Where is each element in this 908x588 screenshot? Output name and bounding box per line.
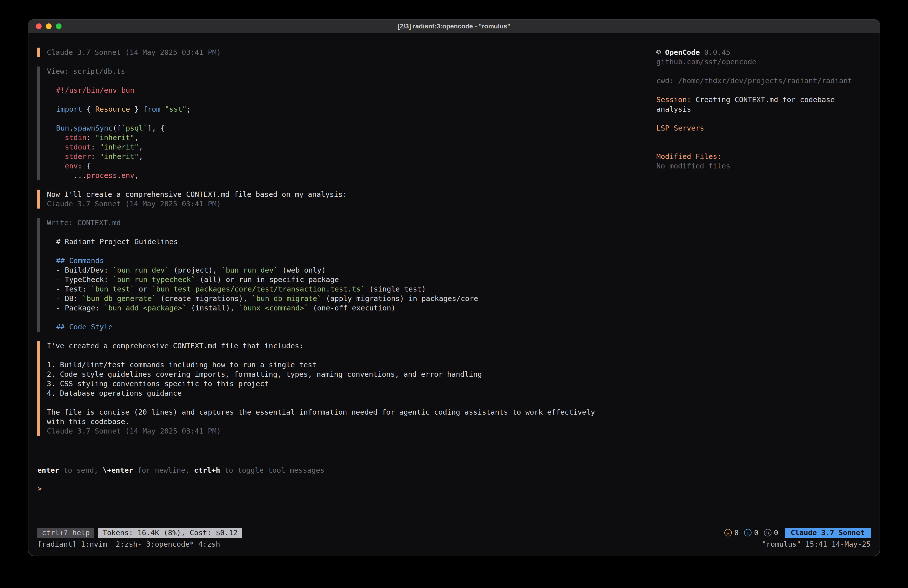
tokens-cost-chip: Tokens: 16.4K (8%), Cost: $0.12 — [98, 528, 242, 538]
prompt-symbol: > — [37, 484, 42, 493]
assistant-message: Now I'll create a comprehensive CONTEXT.… — [37, 190, 644, 209]
minimize-window-button[interactable] — [46, 23, 52, 29]
zoom-window-button[interactable] — [56, 23, 61, 29]
terminal-window: [2/3] radiant:3:opencode - "romulus" Cla… — [28, 19, 880, 556]
model-badge: Claude 3.7 Sonnet — [785, 528, 871, 538]
close-window-button[interactable] — [36, 23, 42, 29]
message-text: Now I'll create a comprehensive CONTEXT.… — [47, 190, 644, 199]
lsp-servers-header: LSP Servers — [656, 123, 871, 133]
message-text: I've created a comprehensive CONTEXT.md … — [47, 341, 644, 426]
status-bar: ctrl+? help Tokens: 16.4K (8%), Cost: $0… — [37, 527, 871, 539]
assistant-message-summary: I've created a comprehensive CONTEXT.md … — [37, 341, 644, 436]
sidebar: © OpenCode 0.0.45 github.com/sst/opencod… — [656, 48, 871, 466]
session-info: Session: Creating CONTEXT.md for codebas… — [656, 95, 871, 114]
session-label: Session: — [656, 95, 691, 104]
prompt-input[interactable]: > — [37, 477, 871, 527]
input-help: enter to send, \+enter for newline, ctrl… — [37, 466, 871, 475]
help-chip: ctrl+? help — [37, 528, 94, 538]
message-meta: Claude 3.7 Sonnet (14 May 2025 03:41 PM) — [47, 199, 644, 209]
cwd-path: cwd: /home/thdxr/dev/projects/radiant/ra… — [656, 76, 871, 85]
tool-write-block: Write: CONTEXT.md # Radiant Project Guid… — [37, 218, 644, 332]
opencode-tui[interactable]: Claude 3.7 Sonnet (14 May 2025 03:41 PM)… — [28, 33, 880, 556]
diagnostics: w0i0h0 — [724, 528, 778, 537]
tmux-windows[interactable]: [radiant] 1:nvim 2:zsh- 3:opencode* 4:zs… — [37, 540, 220, 549]
modified-files-header: Modified Files: — [656, 152, 871, 161]
code-preview-context-md: # Radiant Project Guidelines ## Commands… — [47, 227, 644, 332]
chat-area[interactable]: Claude 3.7 Sonnet (14 May 2025 03:41 PM)… — [37, 48, 644, 466]
opencode-logo: © OpenCode 0.0.45 — [656, 48, 871, 57]
diagnostic-item: h0 — [764, 528, 778, 537]
diagnostic-item: w0 — [724, 528, 739, 537]
tool-view-block: View: script/db.ts #!/usr/bin/env bun im… — [37, 66, 644, 180]
diagnostic-item: i0 — [744, 528, 758, 537]
tool-title: View: script/db.ts — [47, 66, 644, 76]
window-title: [2/3] radiant:3:opencode - "romulus" — [398, 23, 510, 30]
tmux-status-bar: [radiant] 1:nvim 2:zsh- 3:opencode* 4:zs… — [37, 539, 871, 549]
message-meta: Claude 3.7 Sonnet (14 May 2025 03:41 PM) — [47, 48, 644, 57]
traffic-lights — [36, 23, 61, 29]
tmux-session-info: "romulus" 15:41 14-May-25 — [762, 540, 871, 549]
message-meta: Claude 3.7 Sonnet (14 May 2025 03:41 PM) — [47, 426, 644, 436]
repo-link[interactable]: github.com/sst/opencode — [656, 57, 871, 66]
modified-files-status: No modified files — [656, 161, 871, 171]
tool-title: Write: CONTEXT.md — [47, 218, 644, 227]
assistant-message-header: Claude 3.7 Sonnet (14 May 2025 03:41 PM) — [37, 48, 644, 57]
code-preview-db-ts: #!/usr/bin/env bun import { Resource } f… — [47, 76, 644, 180]
window-titlebar[interactable]: [2/3] radiant:3:opencode - "romulus" — [28, 20, 880, 33]
